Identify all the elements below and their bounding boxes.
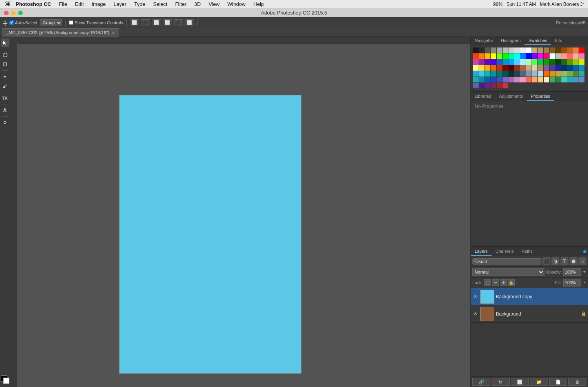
- layer-item-bg[interactable]: 👁 Background 🔒: [471, 305, 588, 323]
- swatch-yellow-green[interactable]: [497, 53, 502, 59]
- swatch-teal1[interactable]: [479, 71, 485, 77]
- swatch-warm5[interactable]: [555, 47, 561, 53]
- swatch-lt-sage[interactable]: [567, 71, 573, 77]
- swatch-brown1[interactable]: [561, 47, 567, 53]
- swatch-dk-green[interactable]: [544, 59, 549, 65]
- align-center-v-btn[interactable]: ⬛: [174, 19, 183, 26]
- swatch-alice-blue[interactable]: [538, 71, 543, 77]
- crop-tool[interactable]: [1, 60, 9, 69]
- swatch-maroon[interactable]: [503, 65, 508, 71]
- text-tool[interactable]: A: [1, 106, 9, 115]
- swatch-cream[interactable]: [544, 77, 549, 82]
- layer-pixel-filter[interactable]: ⬛: [543, 257, 550, 265]
- tab-adjustments[interactable]: Adjustments: [495, 92, 527, 101]
- swatch-gold[interactable]: [479, 65, 485, 71]
- swatch-lime3[interactable]: [579, 59, 584, 65]
- layer-smart-filter[interactable]: ☆: [579, 257, 586, 265]
- swatch-purple3[interactable]: [485, 59, 490, 65]
- auto-select-checkbox[interactable]: [9, 20, 14, 25]
- swatch-yellow[interactable]: [491, 53, 496, 59]
- minimize-button[interactable]: [11, 11, 16, 15]
- swatch-green[interactable]: [503, 53, 508, 59]
- kind-search-box[interactable]: [472, 258, 541, 265]
- tk-plugin-btn[interactable]: TK: [1, 94, 9, 102]
- opacity-input[interactable]: [563, 268, 581, 276]
- swatch-indigo2[interactable]: [479, 83, 485, 88]
- swatch-warm2[interactable]: [538, 47, 543, 53]
- close-button[interactable]: [4, 11, 9, 15]
- swatch-powder-blue[interactable]: [532, 71, 537, 77]
- document-tab[interactable]: _MG_0357.CR2 @ 25% (Background copy, RGB…: [2, 28, 119, 37]
- swatch-amber[interactable]: [485, 53, 490, 59]
- swatch-navy[interactable]: [555, 65, 561, 71]
- swatch-pink1[interactable]: [573, 53, 579, 59]
- tab-navigator[interactable]: Navigator: [471, 37, 497, 45]
- link-layers-btn[interactable]: 🔗: [472, 378, 490, 386]
- swatch-silver[interactable]: [555, 53, 561, 59]
- swatch-red[interactable]: [579, 47, 584, 53]
- lasso-tool[interactable]: [1, 51, 9, 59]
- swatch-sand[interactable]: [526, 65, 532, 71]
- swatch-spring[interactable]: [508, 53, 514, 59]
- align-right-btn[interactable]: ⬜: [152, 19, 161, 26]
- menu-type[interactable]: Type: [130, 0, 149, 9]
- document-canvas[interactable]: [119, 95, 301, 374]
- swatch-turquoise[interactable]: [561, 77, 567, 82]
- adjustment-icon[interactable]: ⚙: [1, 118, 9, 127]
- lock-all-btn[interactable]: 🔒: [508, 279, 515, 286]
- move-tool[interactable]: [1, 38, 9, 47]
- layer-shape-filter[interactable]: ⬟: [570, 257, 577, 265]
- swatch-red2[interactable]: [503, 83, 508, 88]
- menu-help[interactable]: Help: [249, 0, 268, 9]
- swatch-rose[interactable]: [544, 53, 549, 59]
- add-mask-btn[interactable]: ⬜: [511, 378, 529, 386]
- show-transform-checkbox[interactable]: [69, 20, 73, 25]
- swatch-white2[interactable]: [550, 53, 555, 59]
- menu-layer[interactable]: Layer: [110, 0, 131, 9]
- align-left-btn[interactable]: ⬜: [130, 19, 139, 26]
- swatch-blue-violet[interactable]: [550, 65, 555, 71]
- create-layer-btn[interactable]: 📄: [549, 378, 567, 386]
- menu-edit[interactable]: Edit: [71, 0, 87, 9]
- swatch-gray4[interactable]: [503, 47, 508, 53]
- kind-filter-input[interactable]: [478, 259, 498, 264]
- swatch-jade[interactable]: [579, 71, 584, 77]
- swatch-dk-teal4[interactable]: [508, 71, 514, 77]
- swatch-ltblue[interactable]: [503, 59, 508, 65]
- swatch-dk-sage[interactable]: [573, 71, 579, 77]
- swatch-med-green[interactable]: [538, 59, 543, 65]
- menu-3d[interactable]: 3D: [191, 0, 205, 9]
- swatch-purple4[interactable]: [485, 83, 490, 88]
- swatch-sage[interactable]: [561, 71, 567, 77]
- swatch-med-purple[interactable]: [503, 77, 508, 82]
- swatch-cornflower2[interactable]: [497, 77, 502, 82]
- menu-file[interactable]: File: [55, 0, 71, 9]
- layer-visibility-bg[interactable]: 👁: [472, 311, 479, 317]
- swatch-lightred[interactable]: [561, 53, 567, 59]
- align-top-btn[interactable]: ⬜: [163, 19, 172, 26]
- swatch-violet[interactable]: [532, 53, 537, 59]
- lock-position-btn[interactable]: ✛: [500, 279, 507, 286]
- lock-image-btn[interactable]: ✏: [492, 279, 499, 286]
- swatch-dk-periwinkle[interactable]: [473, 83, 479, 88]
- swatch-olive[interactable]: [561, 59, 567, 65]
- swatch-purple1[interactable]: [473, 59, 479, 65]
- swatch-steel-blue[interactable]: [485, 77, 490, 82]
- swatch-dark1[interactable]: [479, 47, 485, 53]
- swatch-warm3[interactable]: [544, 47, 549, 53]
- apple-menu[interactable]: ⌘: [0, 0, 16, 8]
- layer-adjustment-filter[interactable]: ◑: [552, 257, 559, 265]
- swatch-periwinkle[interactable]: [579, 77, 584, 82]
- menu-image[interactable]: Image: [88, 0, 110, 9]
- swatch-purple2[interactable]: [479, 59, 485, 65]
- swatch-blue-gray[interactable]: [520, 71, 526, 77]
- swatch-pale-cyan[interactable]: [520, 59, 526, 65]
- swatch-dk-teal[interactable]: [491, 71, 496, 77]
- swatch-white[interactable]: [526, 47, 532, 53]
- layer-type-filter[interactable]: T: [561, 257, 568, 265]
- swatch-azure[interactable]: [520, 53, 526, 59]
- align-bottom-btn[interactable]: ⬜: [185, 19, 194, 26]
- menu-select[interactable]: Select: [149, 0, 171, 9]
- swatch-blue2[interactable]: [497, 59, 502, 65]
- swatch-lime1[interactable]: [567, 59, 573, 65]
